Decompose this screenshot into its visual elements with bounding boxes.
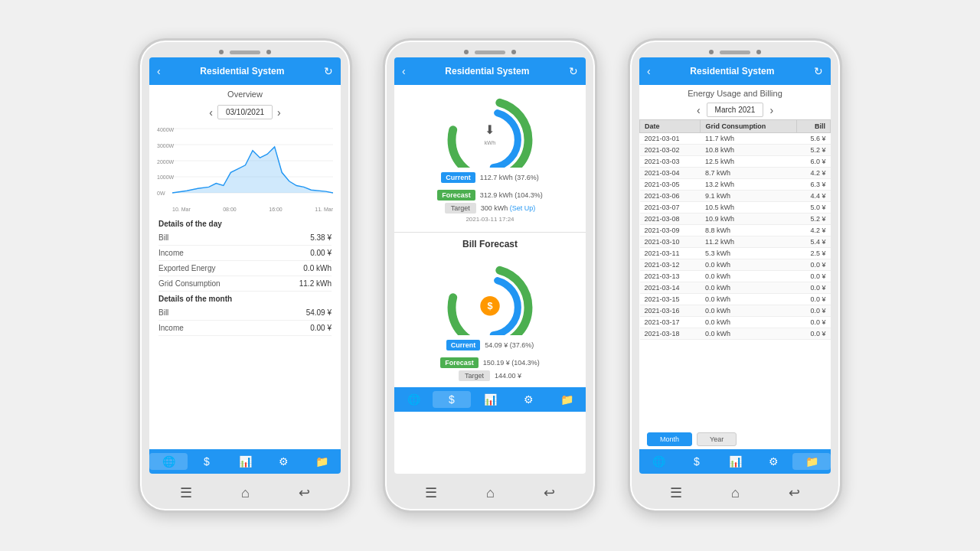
home-icon-1[interactable]: ⌂ [241, 485, 250, 501]
svg-text:$: $ [487, 300, 492, 311]
chart-y-labels: 4000W 3000W 2000W 1000W 0W [157, 127, 174, 196]
energy-chart: 4000W 3000W 2000W 1000W 0W [149, 122, 341, 207]
table-row: 2021-03-0312.5 kWh6.0 ¥ [640, 156, 831, 168]
nav-gear-3[interactable]: ⚙ [754, 453, 792, 470]
speaker [230, 51, 260, 54]
col-date: Date [640, 120, 701, 133]
billing-table-scroll[interactable]: Date Grid Consumption Bill 2021-03-0111.… [639, 119, 831, 429]
detail-value-exported: 0.0 kWh [303, 264, 332, 272]
date-prev-btn[interactable]: ‹ [209, 106, 213, 119]
nav-dollar-2[interactable]: $ [433, 391, 471, 408]
bill-current-chip: Current [446, 340, 481, 350]
nav-gear-2[interactable]: ⚙ [509, 391, 547, 408]
table-row: 2021-03-0710.5 kWh5.0 ¥ [640, 202, 831, 214]
home-icon-2[interactable]: ⌂ [486, 485, 495, 501]
bill-gauge-svg: $ [429, 259, 551, 335]
table-row: 2021-03-170.0 kWh0.0 ¥ [640, 317, 831, 328]
nav-chart-1[interactable]: 📊 [226, 453, 264, 470]
detail-label-bill: Bill [158, 233, 168, 242]
nav-folder-3[interactable]: 📁 [792, 453, 831, 470]
nav-dollar-3[interactable]: $ [678, 453, 716, 470]
refresh-icon-3[interactable]: ↻ [814, 65, 823, 77]
nav-globe-2[interactable]: 🌐 [394, 391, 433, 408]
gauge-datetime: 2021-03-11 17:24 [466, 216, 514, 223]
phone-1-title: Residential System [161, 66, 324, 77]
bill-current-row: Current 54.09 ¥ (37.6%) [446, 340, 534, 350]
back-nav-icon-3[interactable]: ↩ [789, 484, 800, 501]
sensor-dot [266, 50, 271, 54]
target-chip: Target [445, 203, 476, 214]
phone-1-header: ‹ Residential System ↻ [149, 57, 341, 85]
phone-3-bottom: ☰ ⌂ ↩ [630, 478, 840, 501]
phone-3-screen: ‹ Residential System ↻ Energy Usage and … [639, 57, 831, 474]
gear-icon-2: ⚙ [524, 393, 534, 406]
dollar-icon-1: $ [204, 455, 210, 468]
nav-folder-1[interactable]: 📁 [302, 453, 341, 470]
billing-table: Date Grid Consumption Bill 2021-03-0111.… [639, 119, 831, 340]
home-icon-3[interactable]: ⌂ [731, 485, 740, 501]
folder-icon-3: 📁 [805, 455, 818, 468]
phone-1-bottom: ☰ ⌂ ↩ [140, 478, 350, 501]
bottom-nav-3: 🌐 $ 📊 ⚙ 📁 [639, 449, 831, 474]
camera-dot-3 [709, 50, 714, 54]
phone-3: ‹ Residential System ↻ Energy Usage and … [628, 38, 842, 513]
refresh-icon-2[interactable]: ↻ [569, 65, 578, 77]
tab-month[interactable]: Month [647, 432, 692, 446]
phone-2-header: ‹ Residential System ↻ [394, 57, 586, 85]
detail-row-grid: Grid Consumption 11.2 kWh [158, 276, 332, 292]
date-nav: ‹ 03/10/2021 › [149, 102, 341, 122]
detail-label-grid: Grid Consumption [158, 279, 220, 288]
menu-icon-1[interactable]: ☰ [180, 484, 192, 501]
col-grid: Grid Consumption [701, 120, 797, 133]
nav-dollar-1[interactable]: $ [188, 453, 226, 470]
detail-label-exported: Exported Energy [158, 264, 216, 272]
table-row: 2021-03-115.3 kWh2.5 ¥ [640, 248, 831, 259]
nav-folder-2[interactable]: 📁 [547, 391, 586, 408]
sensor-dot-2 [511, 50, 516, 54]
detail-value-grid: 11.2 kWh [299, 279, 332, 288]
details-section: Details of the day Bill 5.38 ¥ Income 0.… [149, 212, 341, 449]
nav-chart-3[interactable]: 📊 [716, 453, 754, 470]
folder-icon-1: 📁 [315, 455, 328, 468]
gear-icon-1: ⚙ [279, 455, 289, 468]
menu-icon-2[interactable]: ☰ [425, 484, 437, 501]
nav-globe-1[interactable]: 🌐 [149, 453, 188, 470]
refresh-icon[interactable]: ↻ [324, 65, 333, 77]
menu-icon-3[interactable]: ☰ [670, 484, 682, 501]
nav-globe-3[interactable]: 🌐 [639, 453, 678, 470]
table-row: 2021-03-069.1 kWh4.4 ¥ [640, 191, 831, 202]
sensor-dot-3 [756, 50, 761, 54]
bill-target-row: Target 144.00 ¥ [459, 370, 521, 381]
svg-text:kWh: kWh [485, 139, 496, 146]
table-row: 2021-03-0210.8 kWh5.2 ¥ [640, 145, 831, 156]
table-date-prev-btn[interactable]: ‹ [697, 104, 701, 116]
table-date-next-btn[interactable]: › [769, 104, 773, 116]
nav-gear-1[interactable]: ⚙ [264, 453, 302, 470]
energy-current-row: Current 112.7 kWh (37.6%) [441, 172, 539, 183]
camera-dot [219, 50, 224, 54]
bill-forecast-chip: Forecast [440, 357, 479, 368]
phone-1: ‹ Residential System ↻ Overview ‹ 03/10/… [138, 38, 352, 513]
phone-1-notch [140, 50, 350, 54]
table-row: 2021-03-0513.2 kWh6.3 ¥ [640, 179, 831, 191]
back-nav-icon-2[interactable]: ↩ [544, 484, 555, 501]
detail-row-income: Income 0.00 ¥ [158, 246, 332, 261]
speaker-2 [475, 51, 505, 54]
chart-icon-2: 📊 [484, 393, 497, 406]
date-display: 03/10/2021 [217, 105, 273, 119]
tab-year[interactable]: Year [697, 432, 737, 446]
overview-title: Overview [149, 85, 341, 102]
chart-icon-3: 📊 [729, 455, 742, 468]
billing-table-body: 2021-03-0111.7 kWh5.6 ¥2021-03-0210.8 kW… [640, 133, 831, 340]
detail-value-bill: 5.38 ¥ [310, 233, 332, 242]
nav-chart-2[interactable]: 📊 [471, 391, 509, 408]
back-nav-icon-1[interactable]: ↩ [299, 484, 310, 501]
energy-target-row: Target 300 kWh (Set Up) [445, 203, 536, 214]
detail-label-income: Income [158, 249, 184, 257]
bill-forecast-title: Bill Forecast [394, 236, 586, 253]
date-next-btn[interactable]: › [277, 106, 281, 119]
table-date-display: March 2021 [707, 103, 764, 117]
table-row: 2021-03-130.0 kWh0.0 ¥ [640, 271, 831, 282]
phone-3-header: ‹ Residential System ↻ [639, 57, 831, 85]
table-date-nav: ‹ March 2021 › [639, 100, 831, 119]
